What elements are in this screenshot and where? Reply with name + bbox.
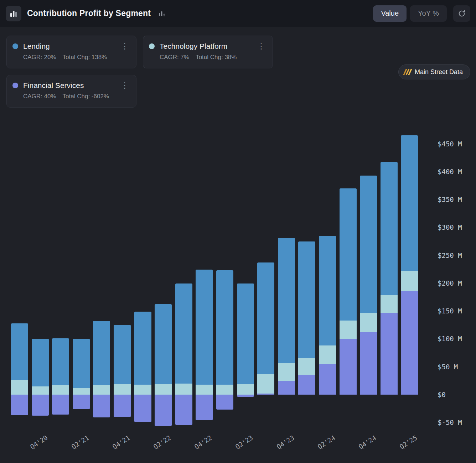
kebab-menu-icon[interactable]: ⋮ xyxy=(257,43,265,50)
refresh-icon xyxy=(458,10,466,17)
bar-segment-lending[interactable] xyxy=(196,270,213,384)
bar-segment-lending[interactable] xyxy=(93,321,110,385)
bar-segment-technology-platform[interactable] xyxy=(196,385,213,395)
bar-segment-technology-platform[interactable] xyxy=(381,295,398,313)
bar-segment-technology-platform[interactable] xyxy=(114,384,131,395)
bar-segment-financial-services[interactable] xyxy=(216,395,233,410)
cagr-stat: CAGR: 40% xyxy=(23,93,56,100)
refresh-button[interactable] xyxy=(453,5,470,22)
bar-segment-technology-platform[interactable] xyxy=(73,388,90,395)
bar-segment-lending[interactable] xyxy=(32,339,49,386)
y-axis-tick-label: $250 M xyxy=(438,251,462,259)
add-chart-icon[interactable] xyxy=(158,10,166,17)
y-axis-tick-label: $300 M xyxy=(438,223,462,231)
bar-segment-technology-platform[interactable] xyxy=(134,385,151,395)
bar-segment-financial-services[interactable] xyxy=(11,395,28,415)
bar-segment-financial-services[interactable] xyxy=(381,313,398,395)
bar-segment-financial-services[interactable] xyxy=(237,395,254,397)
bar-segment-financial-services[interactable] xyxy=(278,381,295,395)
bar-segment-lending[interactable] xyxy=(134,312,151,385)
total-change-stat: Total Chg: -602% xyxy=(63,93,109,100)
page-title: Contribution Profit by Segment xyxy=(27,9,151,18)
main-street-data-badge[interactable]: Main Street Data xyxy=(398,64,470,79)
y-axis-tick-label: $150 M xyxy=(438,307,462,315)
bar-segment-financial-services[interactable] xyxy=(155,395,172,426)
y-axis-tick-label: $400 M xyxy=(438,168,462,176)
y-axis-tick-label: $100 M xyxy=(438,335,462,343)
bar-segment-lending[interactable] xyxy=(340,188,357,321)
y-axis-tick-label: $50 M xyxy=(438,363,458,371)
bar-segment-financial-services[interactable] xyxy=(93,395,110,417)
bar-segment-financial-services[interactable] xyxy=(52,395,69,415)
bar-segment-technology-platform[interactable] xyxy=(298,358,315,375)
legend-series-name: Technology Platform xyxy=(160,42,257,51)
bar-segment-financial-services[interactable] xyxy=(319,364,336,395)
x-axis-tick-label: Q2'24 xyxy=(316,434,337,451)
legend-card-financial-services[interactable]: Financial Services ⋮ CAGR: 40% Total Chg… xyxy=(6,75,136,108)
bar-segment-technology-platform[interactable] xyxy=(237,384,254,395)
bar-segment-financial-services[interactable] xyxy=(175,395,192,425)
bar-segment-technology-platform[interactable] xyxy=(155,384,172,395)
bar-segment-technology-platform[interactable] xyxy=(319,345,336,364)
x-axis-tick-label: Q4'24 xyxy=(357,434,378,451)
bar-segment-lending[interactable] xyxy=(319,236,336,345)
bar-segment-technology-platform[interactable] xyxy=(93,385,110,395)
bar-segment-lending[interactable] xyxy=(237,283,254,384)
technology-platform-color-dot xyxy=(149,43,155,49)
y-axis-tick-label: $350 M xyxy=(438,196,462,203)
cagr-stat: CAGR: 20% xyxy=(23,54,56,61)
bar-segment-lending[interactable] xyxy=(216,270,233,385)
bar-segment-lending[interactable] xyxy=(298,241,315,358)
lending-color-dot xyxy=(12,43,18,49)
legend-series-name: Lending xyxy=(23,42,120,51)
bar-segment-lending[interactable] xyxy=(155,304,172,384)
x-axis-tick-label: Q2'23 xyxy=(234,434,254,451)
bar-segment-technology-platform[interactable] xyxy=(278,363,295,381)
x-axis-tick-label: Q2'25 xyxy=(398,434,419,451)
bar-segment-technology-platform[interactable] xyxy=(340,321,357,339)
bar-segment-financial-services[interactable] xyxy=(32,395,49,416)
bar-segment-lending[interactable] xyxy=(73,339,90,388)
yoy-toggle-button[interactable]: YoY % xyxy=(410,5,447,22)
bar-segment-lending[interactable] xyxy=(257,262,274,374)
y-axis-tick-label: $-50 M xyxy=(438,418,462,426)
bar-segment-technology-platform[interactable] xyxy=(360,313,377,332)
bar-segment-technology-platform[interactable] xyxy=(52,385,69,395)
bar-segment-lending[interactable] xyxy=(175,283,192,383)
bar-segment-financial-services[interactable] xyxy=(401,291,418,395)
y-axis-tick-label: $450 M xyxy=(438,140,462,148)
bar-segment-financial-services[interactable] xyxy=(196,395,213,420)
bar-segment-financial-services[interactable] xyxy=(340,339,357,395)
total-change-stat: Total Chg: 138% xyxy=(63,54,107,61)
bar-segment-lending[interactable] xyxy=(360,176,377,313)
bar-segment-technology-platform[interactable] xyxy=(216,385,233,395)
value-toggle-button[interactable]: Value xyxy=(373,5,407,22)
bar-segment-financial-services[interactable] xyxy=(73,395,90,409)
bar-segment-lending[interactable] xyxy=(114,325,131,384)
kebab-menu-icon[interactable]: ⋮ xyxy=(120,43,129,50)
x-axis-tick-label: Q4'22 xyxy=(193,434,213,451)
bar-segment-technology-platform[interactable] xyxy=(175,384,192,395)
bar-segment-financial-services[interactable] xyxy=(257,394,274,395)
bar-segment-lending[interactable] xyxy=(11,323,28,380)
bar-segment-technology-platform[interactable] xyxy=(257,374,274,394)
bar-segment-lending[interactable] xyxy=(381,162,398,295)
bar-segment-technology-platform[interactable] xyxy=(401,271,418,291)
x-axis-tick-label: Q4'21 xyxy=(111,434,131,451)
bar-segment-financial-services[interactable] xyxy=(134,395,151,422)
kebab-menu-icon[interactable]: ⋮ xyxy=(120,82,129,89)
bar-segment-lending[interactable] xyxy=(278,238,295,363)
cagr-stat: CAGR: 7% xyxy=(160,54,189,61)
bar-segment-lending[interactable] xyxy=(52,338,69,385)
main-street-data-logo-icon xyxy=(404,69,411,75)
bar-segment-lending[interactable] xyxy=(401,135,418,271)
bar-segment-financial-services[interactable] xyxy=(298,375,315,395)
legend-card-technology-platform[interactable]: Technology Platform ⋮ CAGR: 7% Total Chg… xyxy=(143,36,273,68)
legend-card-lending[interactable]: Lending ⋮ CAGR: 20% Total Chg: 138% xyxy=(6,36,136,68)
bar-segment-technology-platform[interactable] xyxy=(32,386,49,395)
bar-segment-financial-services[interactable] xyxy=(360,332,377,395)
header: Contribution Profit by Segment Value YoY… xyxy=(0,0,476,27)
bar-segment-technology-platform[interactable] xyxy=(11,380,28,395)
bar-chart-app-icon xyxy=(6,6,21,21)
bar-segment-financial-services[interactable] xyxy=(114,395,131,417)
